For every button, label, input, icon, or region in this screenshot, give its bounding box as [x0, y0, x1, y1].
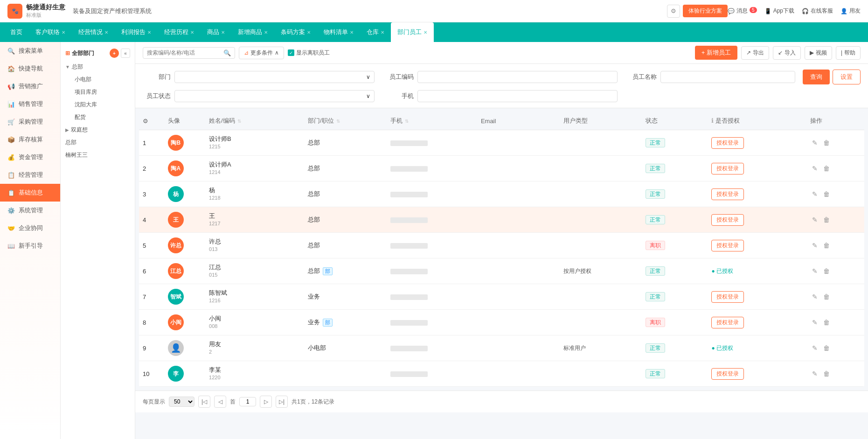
menu-inventory[interactable]: 📦 库存核算 — [0, 131, 60, 148]
nav-close-products[interactable]: ✕ — [221, 30, 225, 35]
query-button[interactable]: 查询 — [803, 70, 830, 84]
next-page-button[interactable]: ▷ — [260, 396, 272, 408]
delete-button[interactable]: 🗑 — [821, 266, 832, 276]
export-button[interactable]: ↗ 导出 — [741, 46, 769, 60]
delete-button[interactable]: 🗑 — [821, 369, 832, 378]
nav-item-employees[interactable]: 部门员工 ✕ — [391, 22, 434, 42]
menu-guide[interactable]: 📖 新手引导 — [0, 237, 60, 255]
col-dept[interactable]: 部门/职位 ⇅ — [304, 112, 387, 130]
menu-quick-nav[interactable]: 🏠 快捷导航 — [0, 60, 60, 77]
add-dept-button[interactable]: + — [110, 49, 119, 58]
menu-finance[interactable]: 💰 资金管理 — [0, 148, 60, 166]
nav-item-warehouse[interactable]: 仓库 ✕ — [360, 22, 391, 42]
menu-basic-info[interactable]: 📋 基础信息 — [0, 184, 60, 202]
emp-status-select[interactable]: ∨ — [174, 90, 375, 102]
auth-button[interactable]: 授权登录 — [711, 240, 744, 251]
tree-item-project-room[interactable]: 项目库房 — [61, 86, 135, 98]
set-button[interactable]: 设置 — [833, 70, 861, 84]
auth-button[interactable]: 授权登录 — [711, 137, 744, 149]
nav-item-products[interactable]: 商品 ✕ — [201, 22, 231, 42]
nav-close-add-product[interactable]: ✕ — [264, 30, 268, 35]
col-phone[interactable]: 手机 ⇅ — [387, 112, 477, 130]
delete-button[interactable]: 🗑 — [821, 138, 832, 147]
nav-close-customers[interactable]: ✕ — [62, 30, 65, 35]
edit-button[interactable]: ✎ — [810, 292, 819, 301]
dept-filter-select[interactable]: ∨ — [174, 71, 375, 83]
menu-search[interactable]: 🔍 搜索菜单 — [0, 42, 60, 60]
nav-item-customers[interactable]: 客户联络 ✕ — [29, 22, 72, 42]
edit-button[interactable]: ✎ — [810, 189, 819, 199]
emp-name-input[interactable] — [660, 71, 795, 83]
experience-button[interactable]: 体验行业方案 — [683, 5, 728, 17]
delete-button[interactable]: 🗑 — [821, 164, 832, 173]
menu-purchase[interactable]: 🛒 采购管理 — [0, 113, 60, 131]
menu-system[interactable]: ⚙️ 系统管理 — [0, 202, 60, 219]
online-service-button[interactable]: 🎧 在线客服 — [802, 7, 833, 15]
col-name[interactable]: 姓名/编码 ⇅ — [205, 112, 304, 130]
nav-close-employees[interactable]: ✕ — [424, 30, 427, 35]
gear-button[interactable]: ⚙ — [667, 5, 680, 18]
edit-button[interactable]: ✎ — [810, 138, 819, 147]
auth-button[interactable]: 授权登录 — [711, 317, 744, 328]
tree-item-head-office2[interactable]: 总部 — [61, 136, 135, 149]
page-number-input[interactable] — [239, 397, 256, 406]
tree-item-small-elec[interactable]: 小电部 — [61, 73, 135, 86]
prev-page-button[interactable]: ◁ — [214, 396, 226, 408]
collapse-dept-button[interactable]: « — [121, 49, 130, 58]
search-input[interactable] — [147, 49, 222, 56]
nav-item-bom[interactable]: 物料清单 ✕ — [317, 22, 360, 42]
nav-item-home[interactable]: 首页 — [4, 22, 29, 42]
nav-item-journey[interactable]: 经营历程 ✕ — [158, 22, 201, 42]
edit-button[interactable]: ✎ — [810, 215, 819, 224]
nav-close-barcode[interactable]: ✕ — [307, 30, 311, 35]
delete-button[interactable]: 🗑 — [821, 189, 832, 199]
auth-button[interactable]: 授权登录 — [711, 163, 744, 174]
nav-item-profit[interactable]: 利润报告 ✕ — [115, 22, 158, 42]
nav-close-bom[interactable]: ✕ — [350, 30, 354, 35]
delete-button[interactable]: 🗑 — [821, 343, 832, 353]
tree-item-nanshuwang[interactable]: 楠树王三 — [61, 149, 135, 161]
edit-button[interactable]: ✎ — [810, 343, 819, 353]
auth-button[interactable]: 授权登录 — [711, 188, 744, 200]
edit-button[interactable]: ✎ — [810, 369, 819, 378]
import-button[interactable]: ↙ 导入 — [773, 46, 801, 60]
last-page-button[interactable]: ▷| — [276, 396, 288, 408]
tree-item-head-office-main[interactable]: ▼ 总部 — [61, 61, 135, 73]
nav-close-operations[interactable]: ✕ — [104, 30, 108, 35]
page-size-select[interactable]: 50 100 200 — [169, 397, 194, 407]
menu-marketing[interactable]: 📢 营销推广 — [0, 77, 60, 95]
nav-item-add-product[interactable]: 新增商品 ✕ — [231, 22, 274, 42]
tree-item-shuangting[interactable]: ▶ 双庭想 — [61, 124, 135, 136]
auth-button[interactable]: 授权登录 — [711, 214, 744, 226]
app-download-button[interactable]: 📱 App下载 — [764, 7, 794, 15]
tree-item-shenyang[interactable]: 沈阳大库 — [61, 98, 135, 111]
edit-button[interactable]: ✎ — [810, 318, 819, 327]
video-button[interactable]: ▶ 视频 — [805, 46, 832, 60]
first-page-button[interactable]: |◁ — [198, 396, 210, 408]
emp-code-input[interactable] — [417, 71, 618, 83]
nav-item-barcode[interactable]: 条码方案 ✕ — [274, 22, 317, 42]
nav-item-operations[interactable]: 经营情况 ✕ — [72, 22, 115, 42]
menu-business[interactable]: 📋 经营管理 — [0, 166, 60, 184]
nav-close-profit[interactable]: ✕ — [147, 30, 151, 35]
help-button[interactable]: | 帮助 — [836, 46, 861, 60]
tree-item-distribution[interactable]: 配货 — [61, 111, 135, 124]
message-button[interactable]: 💬 消息 5 — [728, 7, 757, 15]
nav-close-warehouse[interactable]: ✕ — [381, 30, 384, 35]
nav-close-journey[interactable]: ✕ — [190, 30, 194, 35]
phone-input[interactable] — [417, 90, 618, 102]
add-employee-button[interactable]: + 新增员工 — [695, 46, 737, 60]
user-button[interactable]: 👤 用友 — [840, 7, 861, 15]
edit-button[interactable]: ✎ — [810, 241, 819, 250]
delete-button[interactable]: 🗑 — [821, 292, 832, 301]
search-icon[interactable]: 🔍 — [223, 49, 231, 56]
more-filters-button[interactable]: ⊿ 更多条件 ∧ — [239, 47, 284, 59]
show-resigned-toggle[interactable]: ✓ 显示离职员工 — [288, 49, 330, 57]
delete-button[interactable]: 🗑 — [821, 318, 832, 327]
delete-button[interactable]: 🗑 — [821, 215, 832, 224]
menu-cooperation[interactable]: 🤝 企业协同 — [0, 219, 60, 237]
delete-button[interactable]: 🗑 — [821, 241, 832, 250]
auth-button[interactable]: 授权登录 — [711, 291, 744, 303]
edit-button[interactable]: ✎ — [810, 164, 819, 173]
edit-button[interactable]: ✎ — [810, 266, 819, 276]
